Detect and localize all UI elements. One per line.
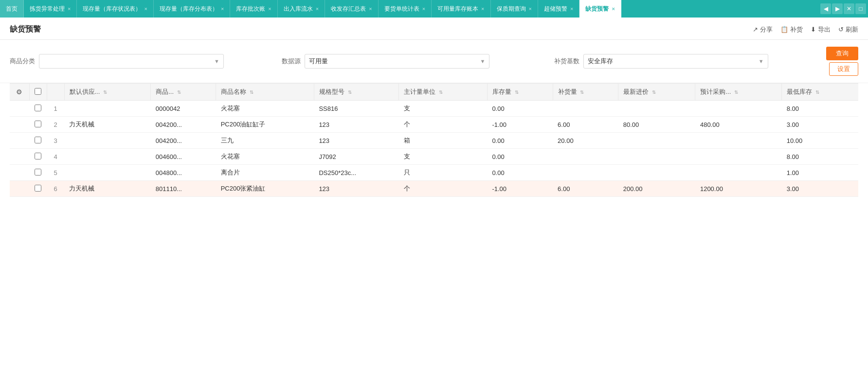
tab-demand-stats[interactable]: 要货单统计表 × — [379, 0, 432, 18]
col-header-stock-qty[interactable]: 库存量 ⇅ — [487, 84, 553, 101]
tab-inventory-status[interactable]: 现存量（库存状况表） × — [77, 0, 153, 18]
row-product-name: PC200油缸缸子 — [216, 117, 314, 133]
table-row: 2 力天机械 004200... PC200油缸缸子 123 个 -1.00 6… — [10, 117, 858, 133]
sort-replenish-icon: ⇅ — [580, 89, 584, 95]
tab-batch-account[interactable]: 库存批次账 × — [230, 0, 277, 18]
refresh-button[interactable]: ↺ 刷新 — [838, 25, 858, 34]
export-button[interactable]: ⬇ 导出 — [811, 25, 831, 34]
tab-close-abnormal[interactable]: × — [68, 6, 71, 12]
category-select[interactable]: ▼ — [39, 54, 224, 69]
tab-close-available-ledger[interactable]: × — [481, 6, 484, 12]
sort-min-icon: ⇅ — [815, 89, 819, 95]
row-checkbox-cell[interactable] — [29, 117, 47, 133]
row-settings-cell — [10, 133, 29, 149]
replenish-base-dropdown-icon: ▼ — [759, 58, 764, 64]
page-header: 缺货预警 ↗ 分享 📋 补货 ⬇ 导出 ↺ 刷新 — [0, 18, 868, 40]
filter-actions: 查询 设置 — [826, 47, 858, 76]
row-unit: 只 — [399, 165, 488, 181]
col-header-est-purchase[interactable]: 预计采购... ⇅ — [695, 84, 782, 101]
row-checkbox-0[interactable] — [35, 105, 41, 111]
tab-close-inventory-dist[interactable]: × — [221, 6, 224, 12]
row-supplier: 力天机械 — [64, 117, 151, 133]
row-checkbox-3[interactable] — [35, 153, 41, 159]
datasource-select[interactable]: 可用量 ▼ — [305, 54, 489, 69]
tab-prev-btn[interactable]: ◀ — [820, 3, 831, 14]
row-index: 2 — [47, 117, 64, 133]
col-header-product-code[interactable]: 商品... ⇅ — [151, 84, 216, 101]
row-est-purchase — [695, 165, 782, 181]
col-header-spec[interactable]: 规格型号 ⇅ — [314, 84, 398, 101]
tab-abnormal[interactable]: 拣货异常处理 × — [24, 0, 77, 18]
page-title: 缺货预警 — [10, 24, 41, 35]
table-row: 3 004200... 三九 123 箱 0.00 20.00 10.00 — [10, 133, 858, 149]
tab-overstock[interactable]: 超储预警 × — [538, 0, 579, 18]
sort-unit-icon: ⇅ — [439, 89, 443, 95]
row-settings-cell — [10, 117, 29, 133]
sort-name-icon: ⇅ — [250, 89, 253, 95]
row-min-stock: 8.00 — [782, 149, 858, 165]
share-button[interactable]: ↗ 分享 — [753, 25, 773, 34]
col-header-unit[interactable]: 主计量单位 ⇅ — [399, 84, 488, 101]
row-checkbox-1[interactable] — [35, 121, 41, 127]
row-est-purchase — [695, 101, 782, 117]
tab-collect-summary[interactable]: 收发存汇总表 × — [325, 0, 378, 18]
table-row: 1 0000042 火花塞 SS816 支 0.00 8.00 — [10, 101, 858, 117]
replenish-button[interactable]: 📋 补货 — [780, 25, 803, 34]
tab-maximize-btn[interactable]: □ — [855, 3, 866, 14]
replenish-base-value: 安全库存 — [588, 57, 613, 66]
row-min-stock: 3.00 — [782, 181, 858, 197]
tab-close-expiry-query[interactable]: × — [529, 6, 532, 12]
tab-expiry-query[interactable]: 保质期查询 × — [491, 0, 538, 18]
row-min-stock: 10.00 — [782, 133, 858, 149]
table-row: 4 004600... 火花塞 J7092 支 0.00 8.00 — [10, 149, 858, 165]
row-index: 6 — [47, 181, 64, 197]
row-checkbox-cell[interactable] — [29, 101, 47, 117]
row-spec: DS250*23c... — [314, 165, 398, 181]
tab-shortage[interactable]: 缺货预警 × — [579, 0, 621, 18]
row-settings-cell — [10, 165, 29, 181]
tab-inout-flow[interactable]: 出入库流水 × — [278, 0, 325, 18]
row-unit: 支 — [399, 101, 488, 117]
col-header-min-stock[interactable]: 最低库存 ⇅ — [782, 84, 858, 101]
tab-inventory-dist[interactable]: 现存量（库存分布表） × — [154, 0, 230, 18]
row-checkbox-4[interactable] — [35, 169, 41, 176]
tab-home[interactable]: 首页 — [0, 0, 24, 18]
tab-close-all-btn[interactable]: ✕ — [844, 3, 854, 14]
setting-button[interactable]: 设置 — [829, 62, 858, 76]
select-all-checkbox[interactable] — [35, 88, 41, 95]
row-latest-price — [618, 165, 695, 181]
tab-close-batch-account[interactable]: × — [268, 6, 271, 12]
row-spec: 123 — [314, 181, 398, 197]
col-header-latest-price[interactable]: 最新进价 ⇅ — [618, 84, 695, 101]
tab-close-demand-stats[interactable]: × — [422, 6, 425, 12]
tab-close-inout-flow[interactable]: × — [316, 6, 319, 12]
tab-close-collect-summary[interactable]: × — [369, 6, 372, 12]
col-header-settings[interactable]: ⚙ — [10, 84, 29, 101]
query-button[interactable]: 查询 — [826, 47, 858, 60]
row-checkbox-cell[interactable] — [29, 181, 47, 197]
replenish-base-select[interactable]: 安全库存 ▼ — [583, 54, 768, 69]
tab-available-ledger[interactable]: 可用量库存账本 × — [432, 0, 490, 18]
tab-close-overstock[interactable]: × — [570, 6, 573, 12]
col-header-replenish-qty[interactable]: 补货量 ⇅ — [553, 84, 618, 101]
row-checkbox-2[interactable] — [35, 137, 41, 143]
row-checkbox-cell[interactable] — [29, 165, 47, 181]
row-checkbox-5[interactable] — [35, 185, 41, 192]
datasource-dropdown-icon: ▼ — [480, 58, 485, 64]
col-header-checkbox[interactable] — [29, 84, 47, 101]
tab-close-inventory-status[interactable]: × — [144, 6, 147, 12]
col-header-supplier[interactable]: 默认供应... ⇅ — [64, 84, 151, 101]
row-checkbox-cell[interactable] — [29, 149, 47, 165]
row-checkbox-cell[interactable] — [29, 133, 47, 149]
settings-gear-icon[interactable]: ⚙ — [16, 88, 22, 96]
tab-close-shortage[interactable]: × — [612, 6, 615, 12]
col-header-product-name[interactable]: 商品名称 ⇅ — [216, 84, 314, 101]
row-latest-price: 80.00 — [618, 117, 695, 133]
export-icon: ⬇ — [811, 26, 816, 33]
row-spec: SS816 — [314, 101, 398, 117]
table-row: 5 004800... 离合片 DS250*23c... 只 0.00 1.00 — [10, 165, 858, 181]
row-est-purchase: 1200.00 — [695, 181, 782, 197]
row-stock-qty: -1.00 — [487, 181, 553, 197]
tab-next-btn[interactable]: ▶ — [832, 3, 843, 14]
tab-bar: 首页 拣货异常处理 × 现存量（库存状况表） × 现存量（库存分布表） × 库存… — [0, 0, 868, 18]
